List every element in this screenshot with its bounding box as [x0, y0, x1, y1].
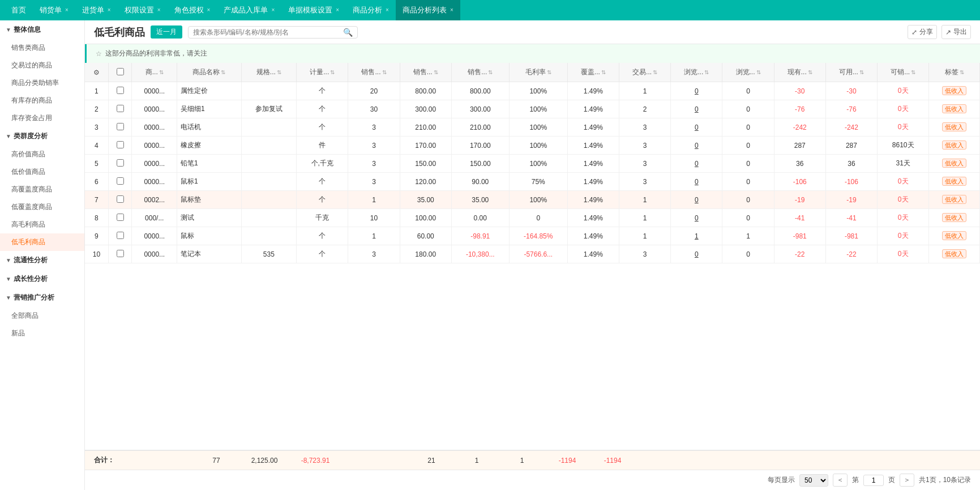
sidebar-item-库存资金占用[interactable]: 库存资金占用 [0, 109, 84, 127]
nav-item-产成品入库单[interactable]: 产成品入库单× [217, 0, 281, 20]
nav-close-icon[interactable]: × [157, 0, 161, 20]
nav-item-销货单[interactable]: 销货单× [33, 0, 75, 20]
share-button[interactable]: ⤢ 分享 [908, 25, 937, 39]
view-count-1[interactable]: 0 [671, 155, 722, 173]
col-header-tag[interactable]: 标签⇅ [929, 63, 980, 82]
row-checkbox[interactable] [117, 123, 124, 130]
nav-close-icon[interactable]: × [450, 0, 453, 20]
filter-button[interactable]: 近一月 [151, 25, 182, 39]
col-header-transaction[interactable]: 交易...⇅ [619, 63, 670, 82]
sort-icon[interactable]: ⇅ [808, 69, 812, 75]
sort-icon[interactable]: ⇅ [859, 69, 864, 75]
nav-close-icon[interactable]: × [108, 0, 111, 20]
nav-close-icon[interactable]: × [207, 0, 211, 20]
sidebar-item-低价值商品[interactable]: 低价值商品 [0, 163, 84, 181]
sort-icon[interactable]: ⇅ [960, 69, 964, 75]
col-header-coverage[interactable]: 覆盖...⇅ [567, 63, 619, 82]
row-checkbox[interactable] [117, 195, 124, 203]
row-checkbox[interactable] [117, 232, 124, 239]
sidebar-group-营销推广分析[interactable]: ▼营销推广分析 [0, 288, 84, 307]
sort-icon[interactable]: ⇅ [330, 69, 335, 75]
sidebar-item-低覆盖度商品[interactable]: 低覆盖度商品 [0, 198, 84, 216]
export-button[interactable]: ↗ 导出 [942, 25, 971, 39]
col-header-sellable[interactable]: 可销...⇅ [878, 63, 929, 82]
nav-item-进货单[interactable]: 进货单× [75, 0, 118, 20]
sidebar-item-新品[interactable]: 新品 [0, 325, 84, 342]
sidebar-item-交易过的商品[interactable]: 交易过的商品 [0, 57, 84, 74]
search-icon[interactable]: 🔍 [343, 28, 353, 37]
sidebar-group-流通性分析[interactable]: ▼流通性分析 [0, 251, 84, 270]
sidebar-item-商品分类助销率[interactable]: 商品分类助销率 [0, 74, 84, 92]
sidebar-item-高价值商品[interactable]: 高价值商品 [0, 146, 84, 163]
row-checkbox[interactable] [117, 214, 124, 221]
view-count-1[interactable]: 0 [671, 245, 722, 263]
col-header-sales_profit[interactable]: 销售...⇅ [451, 63, 509, 82]
view-count-1[interactable]: 0 [671, 191, 722, 209]
settings-icon[interactable]: ⚙ [93, 69, 100, 76]
col-header-spec[interactable]: 规格...⇅ [241, 63, 297, 82]
col-header-gross_margin[interactable]: 毛利率⇅ [509, 63, 567, 82]
sidebar-item-有库存的商品[interactable]: 有库存的商品 [0, 92, 84, 109]
sidebar-item-销售类商品[interactable]: 销售类商品 [0, 39, 84, 57]
nav-item-首页[interactable]: 首页 [5, 0, 33, 20]
nav-close-icon[interactable]: × [65, 0, 69, 20]
sort-icon[interactable]: ⇅ [221, 69, 225, 75]
col-header-unit[interactable]: 计量...⇅ [297, 63, 348, 82]
next-page-button[interactable]: ＞ [900, 474, 914, 487]
sidebar-group-成长性分析[interactable]: ▼成长性分析 [0, 270, 84, 288]
view-count-1[interactable]: 0 [671, 173, 722, 191]
sidebar-group-类群度分析[interactable]: ▼类群度分析 [0, 127, 84, 146]
sidebar-item-低毛利商品[interactable]: 低毛利商品 [0, 233, 84, 251]
sort-icon[interactable]: ⇅ [434, 69, 438, 75]
sidebar-group-整体信息[interactable]: ▼整体信息 [0, 20, 84, 39]
row-checkbox[interactable] [117, 177, 124, 185]
sort-icon[interactable]: ⇅ [547, 69, 551, 75]
col-header-settings[interactable]: ⚙ [85, 63, 108, 82]
select-all-checkbox[interactable] [117, 68, 124, 75]
row-checkbox[interactable] [117, 141, 124, 148]
col-header-available[interactable]: 可用...⇅ [825, 63, 877, 82]
sort-icon[interactable]: ⇅ [488, 69, 493, 75]
nav-item-单据模板设置[interactable]: 单据模板设置× [281, 0, 346, 20]
sidebar-item-高毛利商品[interactable]: 高毛利商品 [0, 216, 84, 233]
col-header-view2[interactable]: 浏览...⇅ [722, 63, 774, 82]
view-count-1[interactable]: 0 [671, 137, 722, 155]
col-header-code[interactable]: 商...⇅ [132, 63, 177, 82]
nav-item-权限设置[interactable]: 权限设置× [118, 0, 168, 20]
col-header-sales_count[interactable]: 销售...⇅ [348, 63, 400, 82]
col-header-checkbox[interactable] [108, 63, 132, 82]
col-header-sales_amount[interactable]: 销售...⇅ [400, 63, 451, 82]
view-count-1[interactable]: 0 [671, 209, 722, 227]
col-header-current_stock[interactable]: 现有...⇅ [774, 63, 825, 82]
sort-icon[interactable]: ⇅ [704, 69, 709, 75]
view-count-1[interactable]: 0 [671, 82, 722, 100]
page-size-select[interactable]: 50 100 200 [799, 474, 828, 487]
nav-close-icon[interactable]: × [386, 0, 389, 20]
sort-icon[interactable]: ⇅ [277, 69, 281, 75]
row-checkbox[interactable] [117, 87, 124, 94]
sort-icon[interactable]: ⇅ [911, 69, 915, 75]
view-count-1[interactable]: 0 [671, 100, 722, 118]
nav-item-商品分析[interactable]: 商品分析× [346, 0, 396, 20]
sort-icon[interactable]: ⇅ [601, 69, 606, 75]
row-checkbox[interactable] [117, 250, 124, 257]
col-header-view1[interactable]: 浏览...⇅ [671, 63, 722, 82]
sidebar-item-高覆盖度商品[interactable]: 高覆盖度商品 [0, 181, 84, 198]
nav-item-商品分析列表[interactable]: 商品分析列表× [396, 0, 460, 20]
nav-close-icon[interactable]: × [271, 0, 275, 20]
page-number-input[interactable] [863, 475, 884, 486]
sort-icon[interactable]: ⇅ [159, 69, 164, 75]
nav-close-icon[interactable]: × [336, 0, 339, 20]
search-input[interactable] [193, 28, 343, 36]
sort-icon[interactable]: ⇅ [756, 69, 761, 75]
sort-icon[interactable]: ⇅ [653, 69, 657, 75]
row-checkbox[interactable] [117, 105, 124, 112]
col-header-name[interactable]: 商品名称⇅ [177, 63, 241, 82]
sidebar-item-全部商品[interactable]: 全部商品 [0, 307, 84, 325]
view-count-1[interactable]: 0 [671, 118, 722, 137]
view-count-1[interactable]: 1 [671, 227, 722, 245]
prev-page-button[interactable]: ＜ [833, 474, 848, 487]
row-checkbox[interactable] [117, 159, 124, 167]
nav-item-角色授权[interactable]: 角色授权× [168, 0, 217, 20]
sort-icon[interactable]: ⇅ [382, 69, 387, 75]
